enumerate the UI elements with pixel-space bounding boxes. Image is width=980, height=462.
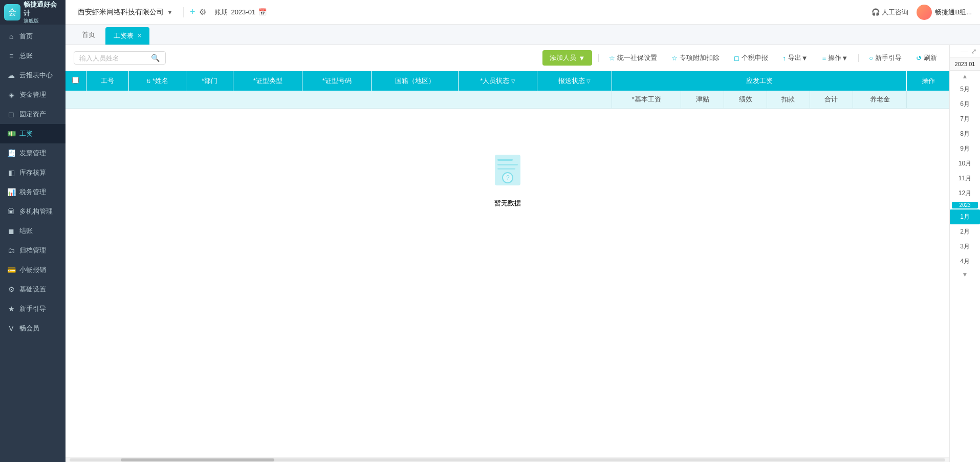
topbar-divider-1 (183, 7, 184, 17)
content-area: 🔍 添加人员 ▼ ☆ 统一社保设置 ☆ 专项附加扣除 (66, 45, 949, 462)
calendar-icon[interactable]: 📅 (258, 8, 267, 16)
sidebar-item-fund[interactable]: ◈ 资金管理 (0, 85, 66, 104)
sidebar-item-assets[interactable]: ◻ 固定资产 (0, 104, 66, 124)
export-action[interactable]: ↑ 导出 ▼ (778, 51, 812, 65)
operations-action[interactable]: ≡ 操作 ▼ (818, 51, 852, 65)
date-month-7[interactable]: 7月 (950, 112, 980, 127)
headset-icon: 🎧 (872, 8, 880, 16)
date-sidebar: — ⤢ 2023.01 ▲ 5月 6月 7月 8月 9月 10月 (949, 45, 980, 462)
company-selector[interactable]: 西安虾米网络科技有限公司 ▼ (74, 6, 177, 19)
service-label: 人工咨询 (882, 8, 908, 17)
date-nav-down[interactable]: ▼ (950, 269, 980, 280)
special-deduction-label: 专项附加扣除 (680, 53, 720, 62)
scroll-bottom[interactable] (66, 457, 949, 462)
sidebar-item-label: 畅会员 (19, 324, 39, 333)
social-security-icon: ☆ (609, 54, 615, 62)
panel-expand-button[interactable]: ⤢ (971, 47, 977, 55)
sidebar-item-expense[interactable]: 💳 小畅报销 (0, 260, 66, 280)
search-input[interactable] (79, 54, 151, 62)
sidebar-item-archive[interactable]: 🗂 归档管理 (0, 241, 66, 260)
empty-state: ? 暂无数据 (66, 109, 949, 249)
refresh-label: 刷新 (924, 53, 937, 62)
sidebar-item-tax[interactable]: 📊 税务管理 (0, 182, 66, 202)
date-month-9[interactable]: 9月 (950, 141, 980, 156)
date-month-6[interactable]: 6月 (950, 97, 980, 112)
main-content-area: 🔍 添加人员 ▼ ☆ 统一社保设置 ☆ 专项附加扣除 (66, 45, 980, 462)
invoice-icon: 🧾 (7, 149, 15, 157)
user-menu[interactable]: 畅捷通B组... (917, 5, 972, 20)
filter-icon-status[interactable]: ▽ (511, 78, 515, 84)
date-month-12[interactable]: 12月 (950, 186, 980, 201)
tab-salary-label: 工资表 (114, 31, 134, 40)
sidebar-item-member[interactable]: V 畅会员 (0, 319, 66, 338)
sidebar-item-inventory[interactable]: ◧ 库存核算 (0, 163, 66, 182)
sidebar-item-settings[interactable]: ⚙ 基础设置 (0, 280, 66, 299)
sidebar-item-home[interactable]: ⌂ 首页 (0, 27, 66, 46)
empty-icon: ? (487, 150, 528, 191)
search-icon: 🔍 (151, 54, 160, 62)
add-person-label: 添加人员 (550, 53, 576, 62)
guide-icon: ○ (869, 54, 873, 62)
add-company-button[interactable]: + (190, 7, 195, 17)
tax-return-action[interactable]: ◻ 个税申报 (730, 51, 772, 65)
table-header-name: ⇅ *姓名 (129, 71, 186, 91)
guide-label: 新手引导 (875, 53, 902, 62)
logo-text: 畅捷通好会计 旗舰版 (24, 1, 61, 25)
date-month-11[interactable]: 11月 (950, 171, 980, 186)
cloud-icon: ☁ (7, 71, 15, 79)
sidebar-nav: ⌂ 首页 ≡ 总账 ☁ 云报表中心 ◈ 资金管理 ◻ 固定资产 💵 工资 🧾 发… (0, 25, 66, 462)
sidebar-item-label: 结账 (19, 226, 33, 236)
table-header-report-status: 报送状态 ▽ (537, 71, 612, 91)
settings-button[interactable]: ⚙ (199, 7, 206, 17)
date-month-8[interactable]: 8月 (950, 127, 980, 141)
sidebar-item-label: 总账 (19, 51, 33, 60)
svg-rect-2 (497, 164, 518, 165)
sidebar-item-guide[interactable]: ★ 新手引导 (0, 299, 66, 319)
scroll-thumb[interactable] (121, 458, 274, 461)
tab-home[interactable]: 首页 (74, 26, 103, 45)
table-header-dept: *部门 (186, 71, 233, 91)
sidebar-item-label: 发票管理 (19, 149, 46, 158)
sidebar-item-salary[interactable]: 💵 工资 (0, 124, 66, 143)
date-month-10[interactable]: 10月 (950, 156, 980, 171)
special-deduction-icon: ☆ (671, 54, 678, 62)
sidebar-item-ledger[interactable]: ≡ 总账 (0, 46, 66, 66)
salary-table: 工号 ⇅ *姓名 *部门 *证型类型 *证型号码 国籍（地区） *人员状态 (66, 71, 949, 249)
select-all-checkbox[interactable] (72, 77, 79, 83)
social-security-label: 统一社保设置 (617, 53, 657, 62)
table-header-payroll: 应发工资 (612, 71, 907, 91)
sidebar-item-label: 固定资产 (19, 110, 46, 119)
fund-icon: ◈ (7, 91, 15, 99)
sidebar-item-close[interactable]: ◼ 结账 (0, 221, 66, 241)
table-header-checkbox[interactable] (66, 71, 86, 91)
year-badge: 2023 (952, 202, 978, 208)
add-person-button[interactable]: 添加人员 ▼ (542, 50, 592, 66)
tab-close-icon[interactable]: × (138, 32, 141, 39)
sidebar-item-multi[interactable]: 🏛 多机构管理 (0, 202, 66, 221)
special-deduction-action[interactable]: ☆ 专项附加扣除 (667, 51, 724, 65)
inventory-icon: ◧ (7, 169, 15, 177)
member-icon: V (7, 324, 15, 332)
sub-header-total: 合计 (810, 91, 853, 109)
date-month-5[interactable]: 5月 (950, 82, 980, 97)
guide-action[interactable]: ○ 新手引导 (865, 51, 906, 65)
service-button[interactable]: 🎧 人工咨询 (872, 8, 908, 17)
tab-salary[interactable]: 工资表 × (105, 27, 149, 45)
filter-icon-report[interactable]: ▽ (586, 78, 591, 84)
scroll-track[interactable] (70, 458, 945, 461)
sort-icon-name[interactable]: ⇅ (146, 78, 150, 84)
tabs-bar: 首页 工资表 × (66, 25, 980, 45)
social-security-action[interactable]: ☆ 统一社保设置 (605, 51, 661, 65)
date-month-1[interactable]: 1月 (950, 209, 980, 224)
date-month-3[interactable]: 3月 (950, 239, 980, 254)
panel-minimize-button[interactable]: — (961, 47, 968, 55)
date-month-2[interactable]: 2月 (950, 224, 980, 239)
table-header-number: 工号 (86, 71, 129, 91)
sidebar-item-invoice[interactable]: 🧾 发票管理 (0, 143, 66, 163)
date-nav-up[interactable]: ▲ (950, 71, 980, 82)
sidebar-item-cloud[interactable]: ☁ 云报表中心 (0, 66, 66, 85)
sidebar-item-label: 小畅报销 (19, 265, 46, 275)
home-icon: ⌂ (7, 32, 15, 40)
date-month-4[interactable]: 4月 (950, 254, 980, 269)
refresh-action[interactable]: ↺ 刷新 (912, 51, 941, 65)
